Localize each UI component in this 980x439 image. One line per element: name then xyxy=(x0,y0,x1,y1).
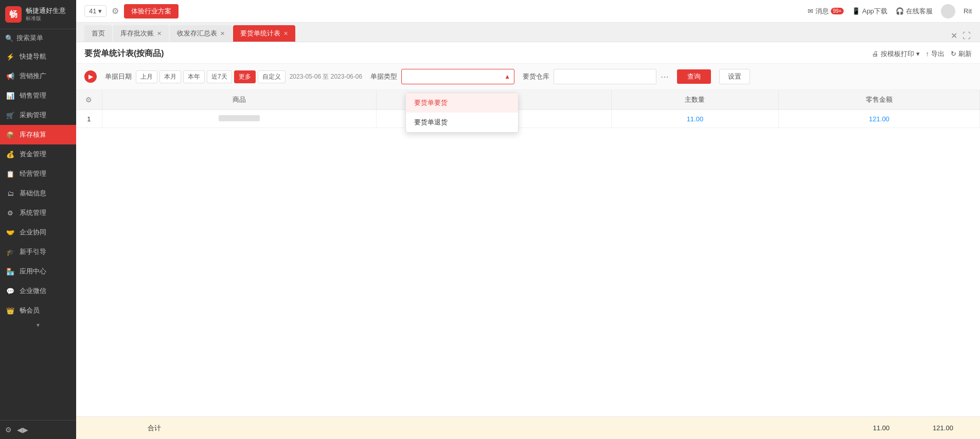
top-header: 41 ▾ ⚙ 体验行业方案 ✉ 消息 99+ 📱 App下载 🎧 在线客服 Ri… xyxy=(76,0,980,23)
filter-expand-button[interactable]: ▶ xyxy=(84,70,97,83)
table-row: 1 块 11.00 121.00 xyxy=(76,110,980,128)
sidebar-item-system[interactable]: ⚙系统管理 xyxy=(0,203,76,223)
sidebar-item-operation[interactable]: 📋经营管理 xyxy=(0,164,76,184)
last-month-btn[interactable]: 上月 xyxy=(136,70,157,83)
sidebar-scroll-down[interactable]: ▼ xyxy=(35,322,41,328)
tab-label-collection-summary: 收发存汇总表 xyxy=(177,29,217,38)
last-7days-btn[interactable]: 近7天 xyxy=(207,70,232,83)
tab-label-batch-account: 库存批次账 xyxy=(120,29,154,38)
sidebar-item-guide[interactable]: 🎓新手引导 xyxy=(0,242,76,262)
user-avatar[interactable] xyxy=(941,4,955,19)
set-button[interactable]: 设置 xyxy=(719,69,750,84)
this-year-btn[interactable]: 本年 xyxy=(183,70,205,83)
sidebar-item-finance[interactable]: 💰资金管理 xyxy=(0,144,76,164)
service-action[interactable]: 🎧 在线客服 xyxy=(896,7,933,16)
sidebar-item-purchase[interactable]: 🛒采购管理 xyxy=(0,105,76,125)
date-label: 单据日期 xyxy=(105,72,132,81)
sidebar-logo: 畅 畅捷通好生意 标准版 xyxy=(0,0,76,29)
export-button[interactable]: ↑ 导出 xyxy=(926,49,945,59)
search-icon: 🔍 xyxy=(5,34,13,42)
app-download-action[interactable]: 📱 App下载 xyxy=(852,7,887,16)
sidebar-label-enterprise: 企业协同 xyxy=(20,228,46,237)
tab-collection-summary[interactable]: 收发存汇总表✕ xyxy=(170,25,232,42)
tab-batch-account[interactable]: 库存批次账✕ xyxy=(113,25,169,42)
sidebar-icon-enterprise: 🤝 xyxy=(5,229,15,236)
header-settings-icon[interactable]: ⚙ xyxy=(112,6,119,16)
type-input[interactable] xyxy=(401,69,514,84)
sidebar-item-inventory[interactable]: 📦库存核算 xyxy=(0,125,76,144)
cell-product xyxy=(102,110,376,128)
sidebar-icon-marketing: 📢 xyxy=(5,72,15,80)
tabs-container: 首页库存批次账✕收发存汇总表✕要货单统计表✕ xyxy=(84,25,295,42)
tab-close-order-stats[interactable]: ✕ xyxy=(283,30,288,37)
type-input-wrapper: ▲ xyxy=(401,69,514,84)
print-button[interactable]: 🖨 按模板打印 ▾ xyxy=(872,49,920,59)
print-icon: 🖨 xyxy=(872,50,879,58)
tab-label-order-stats: 要货单统计表 xyxy=(240,29,280,38)
page-header-actions: 🖨 按模板打印 ▾ ↑ 导出 ↻ 刷新 xyxy=(872,49,972,59)
tab-order-stats[interactable]: 要货单统计表✕ xyxy=(233,25,295,42)
phone-icon: 📱 xyxy=(852,7,860,15)
table-header: ⚙ 商品 主计量单位 主数量 零售金额 xyxy=(76,90,980,110)
sidebar-label-marketing: 营销推广 xyxy=(20,71,46,81)
sidebar-label-appstore: 应用中心 xyxy=(20,267,46,276)
type-label: 单据类型 xyxy=(370,72,397,81)
filter-options-icon[interactable]: ⋯ xyxy=(661,72,669,82)
messages-action[interactable]: ✉ 消息 99+ xyxy=(808,7,844,16)
dropdown-option-order-return[interactable]: 要货单退货 xyxy=(406,113,518,132)
username-label: Rit xyxy=(964,7,972,15)
sidebar-item-member[interactable]: 👑畅会员 xyxy=(0,301,76,320)
col-settings: ⚙ xyxy=(76,90,102,110)
tab-expand[interactable]: ⛶ xyxy=(961,30,972,42)
trial-button[interactable]: 体验行业方案 xyxy=(124,4,179,19)
custom-date-btn[interactable]: 自定义 xyxy=(258,70,286,83)
header-left: 41 ▾ ⚙ 体验行业方案 xyxy=(84,4,179,19)
headset-icon: 🎧 xyxy=(896,7,904,15)
table-body: 1 块 11.00 121.00 xyxy=(76,110,980,128)
warehouse-input[interactable] xyxy=(554,69,656,84)
column-settings-icon[interactable]: ⚙ xyxy=(85,96,92,104)
sidebar-item-wechat[interactable]: 💬企业微信 xyxy=(0,281,76,301)
date-buttons: 上月 本月 本年 近7天 更多 自定义 xyxy=(136,70,286,83)
tab-label-home: 首页 xyxy=(92,29,105,38)
footer-quantity: 11.00 xyxy=(850,424,912,432)
sidebar-item-enterprise[interactable]: 🤝企业协同 xyxy=(0,223,76,242)
sidebar-icon-wechat: 💬 xyxy=(5,287,15,295)
sidebar-icon-base: 🗂 xyxy=(5,190,15,197)
sidebar-item-sales[interactable]: 📊销售管理 xyxy=(0,86,76,105)
sidebar: 畅 畅捷通好生意 标准版 🔍 搜索菜单 ⚡快捷导航📢营销推广📊销售管理🛒采购管理… xyxy=(0,0,76,439)
tab-close-all[interactable]: ✕ xyxy=(950,30,958,42)
sidebar-icon-system: ⚙ xyxy=(5,209,15,217)
filter-section: ▶ 单据日期 上月 本月 本年 近7天 更多 自定义 2023-05-06 至 … xyxy=(76,64,980,90)
sidebar-item-base[interactable]: 🗂基础信息 xyxy=(0,184,76,203)
col-quantity: 主数量 xyxy=(611,90,778,110)
tab-close-batch-account[interactable]: ✕ xyxy=(157,30,162,37)
sidebar-bottom: ⚙ ◀▶ xyxy=(0,420,76,439)
breadcrumb-select[interactable]: 41 ▾ xyxy=(84,5,106,17)
type-filter-group: 单据类型 ▲ xyxy=(370,69,514,84)
table-header-row: ⚙ 商品 主计量单位 主数量 零售金额 xyxy=(76,90,980,110)
sidebar-icon-operation: 📋 xyxy=(5,170,15,178)
chevron-down-icon: ▾ xyxy=(98,7,102,15)
settings-icon[interactable]: ⚙ xyxy=(5,426,12,434)
col-product: 商品 xyxy=(102,90,376,110)
sidebar-item-quick-nav[interactable]: ⚡快捷导航 xyxy=(0,47,76,66)
sidebar-label-sales: 销售管理 xyxy=(20,91,46,100)
dropdown-option-order-goods[interactable]: 要货单要货 xyxy=(406,93,518,113)
sidebar-label-inventory: 库存核算 xyxy=(20,130,46,139)
tab-close-collection-summary[interactable]: ✕ xyxy=(220,30,225,37)
this-month-btn[interactable]: 本月 xyxy=(159,70,181,83)
sidebar-item-appstore[interactable]: 🏪应用中心 xyxy=(0,262,76,281)
sidebar-label-system: 系统管理 xyxy=(20,208,46,217)
sidebar-collapse-icon[interactable]: ◀▶ xyxy=(17,426,28,434)
sidebar-icon-sales: 📊 xyxy=(5,92,15,100)
refresh-icon: ↻ xyxy=(951,50,956,58)
sidebar-item-marketing[interactable]: 📢营销推广 xyxy=(0,66,76,86)
tab-controls: ✕ ⛶ xyxy=(950,30,972,42)
tab-home[interactable]: 首页 xyxy=(84,25,112,42)
sidebar-search[interactable]: 🔍 搜索菜单 xyxy=(0,29,76,47)
refresh-button[interactable]: ↻ 刷新 xyxy=(951,49,972,59)
print-chevron-icon: ▾ xyxy=(916,50,920,58)
more-dates-btn[interactable]: 更多 xyxy=(234,70,256,83)
query-button[interactable]: 查询 xyxy=(677,69,711,84)
